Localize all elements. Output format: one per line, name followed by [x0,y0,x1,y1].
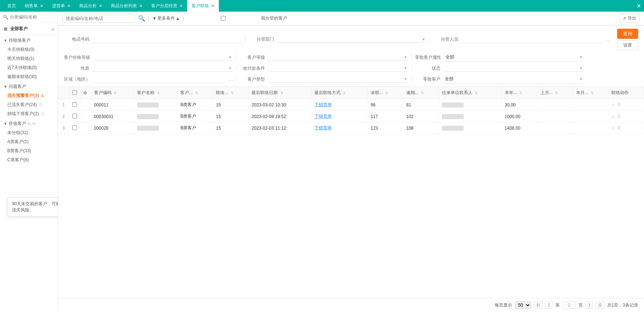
dept-select[interactable]: ▼ [277,36,427,43]
home-tab[interactable]: 首页 [3,0,20,12]
customer-level-select[interactable]: ▼ [268,54,409,61]
sidebar-item-a-class[interactable]: A类客户(1) [0,137,58,146]
more-conditions-toggle[interactable]: ▼ 更多条件 ▲ [152,15,180,21]
row-3-overdue: 108 [403,122,439,134]
tab-product-analysis-close[interactable]: ✕ [99,4,102,8]
row-1-chat-icon[interactable]: ☆ [611,102,615,108]
row-3-last-method-link[interactable]: 下销货单 [314,125,332,130]
prev-page-button[interactable]: ⟨ [546,301,552,309]
payment-select[interactable]: ▼ [268,65,409,72]
value-refresh-icon[interactable]: ↻ [28,121,31,126]
payment-arrow: ▼ [404,66,407,70]
first-page-button[interactable]: ⟨⟨ [534,301,543,309]
tab-customer-tier-close[interactable]: ✕ [180,4,183,8]
region-input[interactable] [93,76,225,83]
window-close-icon[interactable]: ✕ [636,3,641,9]
per-page-select[interactable]: 50 [515,301,531,309]
person-input[interactable] [461,36,603,43]
more-conditions-label: 更多条件 [157,15,175,21]
row-2-last-method[interactable]: 下销货单 [311,111,367,122]
row-3-more-icon[interactable]: ⠿ [617,126,621,131]
sidebar-item-overdue[interactable]: 逾期未联络(30) [0,72,58,81]
sidebar-item-c-class[interactable]: C类客户(6) [0,155,58,165]
all-customers-item[interactable]: ⊞ 全部客户 « [0,23,58,35]
row-3-chat-icon[interactable]: ☆ [611,126,615,131]
sidebar-item-today[interactable]: 今天待联络(0) [0,45,58,54]
col-last-date-sort[interactable]: ⇅ [280,91,283,95]
col-name-sort[interactable]: ⇅ [157,91,160,95]
tab-product-analysis[interactable]: 商品分析 ✕ [75,0,106,12]
value-edit-icon[interactable]: ✎ [32,121,36,126]
row-3-last-date: 2023-02-03 11:12: [249,122,311,134]
row-2-more-icon[interactable]: ⠿ [617,114,621,119]
my-customers-checkbox[interactable]: 我分管的客户 [187,15,287,21]
col-settings[interactable]: ⚙ [80,87,91,99]
sidebar-section-lost[interactable]: ▼ 问题客户 [0,81,58,91]
row-2-chat-icon[interactable]: ☆ [611,114,615,119]
col-type-sort[interactable]: ⇅ [195,91,198,95]
tab-product-analysis-list[interactable]: 商品分析列表 ✕ [106,0,147,12]
sidebar-item-declining[interactable]: 持续下滑客户(2) ⓘ [0,109,58,118]
col-this-month-sort[interactable]: ⇅ [591,91,593,95]
sidebar-item-ungrouped[interactable]: 未分组(32) [0,128,58,137]
sidebar-collapse-icon[interactable]: « [51,26,54,32]
search-button[interactable]: 🔍 [138,15,145,22]
col-last-month-sort[interactable]: ⇅ [555,91,558,95]
last-page-button[interactable]: ⟩⟩ [596,301,604,309]
tab-customer-tier[interactable]: 客户分层经营 ✕ [147,0,187,12]
zero-customer-select[interactable]: 全部 ▼ [443,75,584,84]
sidebar-section-pending[interactable]: ▼ 待联络客户 [0,35,58,45]
col-code-sort[interactable]: ⇅ [114,91,117,95]
col-unit-contact-sort[interactable]: ⇅ [475,91,478,95]
sidebar-section-value[interactable]: ▼ 价值客户 ↻ ✎ [0,118,58,128]
tab-sales[interactable]: 销售单 ✕ [20,0,48,12]
tab-product-analysis-list-close[interactable]: ✕ [139,4,142,8]
status-select[interactable]: ▼ [443,65,584,72]
next-page-button[interactable]: ⟩ [586,301,593,309]
col-unlinked-sort[interactable]: ⇅ [385,91,388,95]
row-2-last-method-link[interactable]: 下销货单 [314,114,332,119]
region-dots-icon[interactable]: … [228,76,233,82]
divider-8 [412,76,412,83]
row-3-checkbox[interactable] [69,122,80,134]
tab-sales-close[interactable]: ✕ [40,4,43,8]
col-overdue-sort[interactable]: ⇅ [421,91,424,95]
settings-button[interactable]: 设置 [617,40,638,50]
row-2-checkbox[interactable] [69,111,80,122]
zero-attr-select[interactable]: 全部 ▼ [444,53,584,62]
row-1-last-method-link[interactable]: 下销货单 [314,102,332,107]
tab-customer-contact[interactable]: 客户联络 ✕ [187,0,219,12]
sidebar-search-input[interactable] [10,15,58,20]
my-customers-check[interactable] [187,16,259,21]
row-3-empty [80,122,91,134]
row-3-this-month [573,122,608,134]
query-button[interactable]: 查询 [617,29,638,39]
col-this-year-sort[interactable]: ⇅ [519,91,522,95]
customer-type-select[interactable]: ▼ [268,76,409,82]
row-3-last-method[interactable]: 下销货单 [311,122,367,134]
price-level-select[interactable]: ▼ [93,54,233,61]
sidebar-item-b-class[interactable]: B类客户(33) [0,146,58,155]
sidebar-item-ungrouped-label: 未分组(32) [7,130,28,135]
tab-customer-contact-close[interactable]: ✕ [211,4,214,8]
tab-purchase[interactable]: 进货单 ✕ [48,0,75,12]
row-1-more-icon[interactable]: ⠿ [617,102,621,108]
sidebar-item-already-lost[interactable]: 已流失客户(24) ⓘ [0,100,58,109]
tab-purchase-close[interactable]: ✕ [67,4,71,8]
phone-input[interactable] [92,36,242,43]
sidebar-item-tomorrow[interactable]: 明天待联络(1) [0,54,58,63]
col-overdue: 逾期... ⇅ [403,87,439,99]
nature-select[interactable]: ▼ [92,65,233,72]
person-dots-icon[interactable]: … [605,36,611,43]
sidebar-item-loss-warning[interactable]: 流失预警客户(3) ⚠ [0,91,58,100]
filter-row-3: 性质 ▼ 收付款条件 ▼ 状态 [64,65,638,72]
row-1-last-method[interactable]: 下销货单 [311,99,367,111]
row-1-checkbox[interactable] [69,99,80,111]
search-input[interactable] [63,14,135,23]
sidebar-item-7days[interactable]: 近7天待联络(0) [0,63,58,72]
page-number-input[interactable] [563,301,576,309]
col-contact-sort[interactable]: ⇅ [231,91,234,95]
export-button[interactable]: ↗ 导出 [619,14,640,23]
col-last-method-sort[interactable]: ⇅ [343,91,346,95]
select-all-checkbox[interactable] [72,90,77,95]
